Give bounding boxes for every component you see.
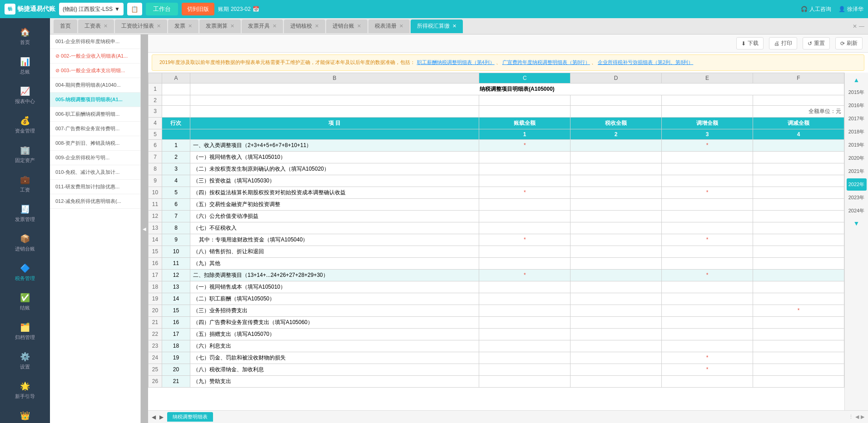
year-2017[interactable]: 2017年	[847, 113, 867, 125]
year-2018[interactable]: 2018年	[847, 126, 867, 138]
sheet-nav-next[interactable]: ▶	[159, 414, 164, 420]
sidebar-item-inventory[interactable]: 📦 进销台账	[0, 228, 50, 258]
doc-item-005[interactable]: 005-纳税调整项目明细表(A1...	[50, 93, 140, 107]
workbench-button[interactable]: 工作台	[146, 3, 178, 15]
top-bar: 畅 畅捷通易代账 (物副) 江西股宝-LSS ▼ 📋 工作台 切到旧版 账期 2…	[0, 0, 868, 18]
sidebar-item-guide[interactable]: 🌟 新手引导	[0, 376, 50, 405]
company-select[interactable]: (物副) 江西股宝-LSS ▼	[59, 3, 124, 15]
table-row: 16 11 （九）其他	[149, 257, 844, 269]
ledger-icon: 📊	[20, 57, 30, 67]
support-button[interactable]: 🎧 人工咨询	[801, 5, 831, 13]
sidebar-item-closing[interactable]: ✅ 结账	[0, 287, 50, 317]
doc-item-003[interactable]: ⊘ 003-一般企业成本支出明细...	[50, 64, 140, 78]
doc-item-011[interactable]: 011-研发费用加计扣除优惠...	[50, 180, 140, 194]
tab-invoice-issue[interactable]: 发票开具 ✕	[242, 20, 283, 33]
tab-close-invoice[interactable]: ✕	[188, 23, 192, 29]
sidebar-item-ledger[interactable]: 📊 总账	[0, 51, 50, 81]
year-2024[interactable]: 2024年	[847, 205, 867, 217]
table-row: 7 2 （一）视同销售收入（填写A105010）	[149, 151, 844, 163]
tab-close-sales-check[interactable]: ✕	[315, 23, 319, 29]
sub-header-2: 2	[570, 129, 662, 139]
tab-invoice-calc[interactable]: 发票测算 ✕	[199, 20, 241, 33]
warning-link-3[interactable]: 企业所得税补亏弥损细表（第2列、第8列）	[598, 59, 693, 65]
reset-button[interactable]: ↺ 重置	[803, 37, 830, 49]
invoice-icon: 🧾	[20, 204, 30, 214]
sidebar-item-tax[interactable]: 🔷 税务管理	[0, 258, 50, 287]
tab-sales-check[interactable]: 进销核校 ✕	[284, 20, 325, 33]
sheet-title: 纳税调整项目明细表(A105000)	[190, 83, 844, 95]
tab-close-salary-report[interactable]: ✕	[157, 23, 161, 29]
assets-icon: 🏢	[20, 145, 30, 155]
tab-sales-ledger[interactable]: 进销台账 ✕	[326, 20, 367, 33]
sidebar-item-invoice[interactable]: 🧾 发票管理	[0, 199, 50, 228]
tab-invoice[interactable]: 发票 ✕	[168, 20, 198, 33]
doc-item-012[interactable]: 012-减免税所得优惠明细表(...	[50, 194, 140, 209]
tab-close-tax-forms[interactable]: ✕	[399, 23, 403, 29]
year-2022[interactable]: 2022年	[847, 178, 867, 191]
sub-header-row: 5 1 2 3 4	[149, 129, 844, 139]
doc-item-004[interactable]: 004-期间费用明细表(A1040...	[50, 78, 140, 93]
tab-home[interactable]: 首页	[54, 20, 77, 33]
tab-close-invoice-issue[interactable]: ✕	[273, 23, 277, 29]
window-close-icon[interactable]: ✕	[853, 23, 857, 30]
table-row: 9 4 （三）投资收益（填写A105030）	[149, 175, 844, 187]
user-menu[interactable]: 👤 徐泽华	[838, 5, 863, 13]
bottom-tab-adjust[interactable]: 纳税调整明细表	[167, 412, 213, 422]
year-2023[interactable]: 2023年	[847, 192, 867, 204]
sidebar-item-member[interactable]: 👑 畅会员	[0, 405, 50, 423]
tab-salary[interactable]: 工资表 ✕	[78, 20, 114, 33]
sidebar-item-assets[interactable]: 🏢 固定资产	[0, 140, 50, 169]
doc-item-001[interactable]: 001-企业所得税年度纳税申...	[50, 34, 140, 49]
sidebar-item-settings[interactable]: ⚙️ 设置	[0, 346, 50, 376]
download-button[interactable]: ⬇ 下载	[736, 37, 764, 49]
sheet-toolbar: ⬇ 下载 🖨 打印 ↺ 重置 ⟳ 刷新	[148, 34, 868, 53]
tab-tax-forms[interactable]: 税表清册 ✕	[368, 20, 410, 33]
year-2015[interactable]: 2015年	[847, 86, 867, 98]
bottom-tab-bar: ◀ ▶ 纳税调整明细表 ⋮ ◀ ▶	[148, 410, 868, 423]
tax-icon: 🔷	[20, 263, 30, 273]
refresh-button[interactable]: ⟳ 刷新	[835, 37, 863, 49]
warning-link-2[interactable]: 广宣费跨年度纳税调整明细表（第8行）	[502, 59, 590, 65]
back-button[interactable]: 切到旧版	[182, 3, 214, 15]
year-2016[interactable]: 2016年	[847, 99, 867, 112]
col-header-e: E	[662, 73, 753, 83]
year-2020[interactable]: 2020年	[847, 152, 867, 164]
sidebar-item-archive[interactable]: 🗂️ 归档管理	[0, 317, 50, 346]
sidebar-item-finance[interactable]: 💰 资金管理	[0, 110, 50, 140]
tab-close-salary[interactable]: ✕	[104, 23, 108, 29]
content-area: 首页 工资表 ✕ 工资统计报表 ✕ 发票 ✕ 发票测算 ✕	[50, 18, 868, 423]
panel-collapse-button[interactable]: ◀	[141, 34, 148, 423]
doc-item-002[interactable]: ⊘ 002-一般企业收入明细表(A1...	[50, 49, 140, 64]
year-2021[interactable]: 2021年	[847, 165, 867, 177]
tab-close-sales-ledger[interactable]: ✕	[357, 23, 361, 29]
year-scroll-down[interactable]: ▼	[847, 218, 867, 229]
doc-item-007[interactable]: 007-广告费和业务宣传费明...	[50, 122, 140, 136]
sheet-nav-prev[interactable]: ◀	[152, 414, 156, 420]
doc-item-009[interactable]: 009-企业所得税补亏明...	[50, 151, 140, 165]
sidebar-item-salary[interactable]: 💼 工资	[0, 169, 50, 199]
warning-link-1[interactable]: 职工薪酬纳税调整明细表（第4列）	[417, 59, 495, 65]
member-icon: 👑	[20, 411, 30, 421]
doc-item-010[interactable]: 010-免税、减计收入及加计...	[50, 165, 140, 180]
print-button[interactable]: 🖨 打印	[769, 37, 797, 49]
year-2019[interactable]: 2019年	[847, 139, 867, 151]
unit-row: 3 全额单位：元	[149, 105, 844, 117]
window-minimize-icon[interactable]: —	[859, 23, 864, 30]
tab-income-tax[interactable]: 所得税汇算缴 ✕	[411, 20, 463, 33]
doc-item-008[interactable]: 008-资产折旧、摊销及纳税...	[50, 136, 140, 151]
doc-item-006[interactable]: 006-职工薪酬纳税调整明细...	[50, 107, 140, 122]
table-row: 10 5 （四）按权益法核算长期股权投资对初始投资成本调整确认收益 * *	[149, 187, 844, 198]
year-scroll-up[interactable]: ▲	[847, 74, 867, 85]
tab-salary-report[interactable]: 工资统计报表 ✕	[115, 20, 167, 33]
sub-header-1: 1	[479, 129, 570, 139]
tab-close-income-tax[interactable]: ✕	[452, 23, 456, 29]
sidebar-item-home[interactable]: 🏠 首页	[0, 22, 50, 51]
tab-close-invoice-calc[interactable]: ✕	[230, 23, 234, 29]
copy-button[interactable]: 📋	[127, 3, 142, 15]
sheet-container[interactable]: A B C D E F	[148, 73, 844, 410]
col-reduce-amount-header: 调减全额	[753, 117, 844, 129]
sidebar-item-report[interactable]: 📈 报表中心	[0, 81, 50, 110]
table-row: 22 17 （五）捐赠支出（填写A105070）	[149, 328, 844, 340]
inventory-icon: 📦	[20, 234, 30, 244]
tab-bar-close-area: ✕ —	[853, 23, 864, 30]
